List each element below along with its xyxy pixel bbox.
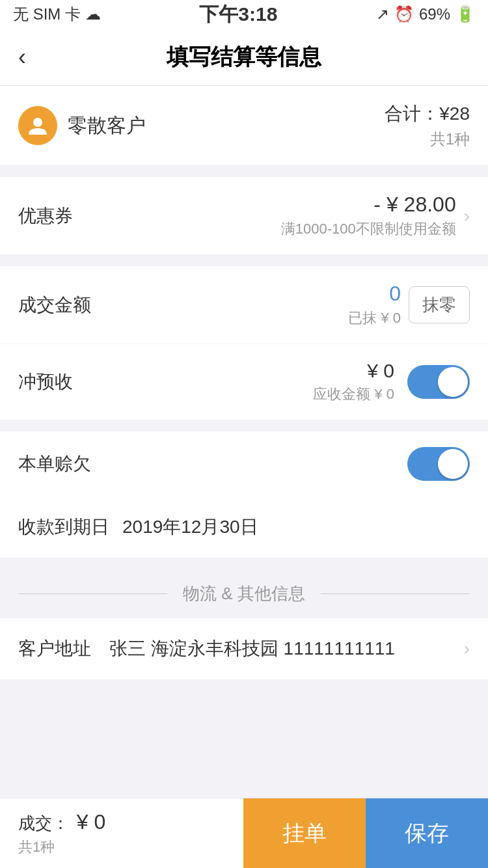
customer-card: 零散客户 合计：¥28 共1种: [0, 86, 488, 165]
customer-total: 合计：¥28 共1种: [385, 102, 470, 150]
due-date-value: 2019年12月30日: [122, 515, 258, 539]
address-label: 客户地址: [18, 636, 91, 661]
debt-toggle-knob: [438, 449, 468, 479]
status-left: 无 SIM 卡 ☁: [13, 4, 101, 25]
coupon-value-block: - ¥ 28.00 满1000-100不限制使用金额: [281, 193, 456, 239]
address-card[interactable]: 客户地址 张三 海淀永丰科技园 11111111111 ›: [0, 618, 488, 679]
status-right: ↗ ⏰ 69% 🔋: [376, 5, 475, 23]
bottom-deal-amount: ¥ 0: [77, 810, 105, 834]
debt-card: 本单赊欠 收款到期日 2019年12月30日: [0, 431, 488, 558]
coupon-card: 优惠券 - ¥ 28.00 满1000-100不限制使用金额 ›: [0, 177, 488, 254]
total-amount: 合计：¥28: [385, 102, 470, 126]
coupon-label: 优惠券: [18, 204, 73, 228]
logistics-label: 物流 & 其他信息: [167, 582, 321, 605]
pre-collect-sub: 应收金额 ¥ 0: [313, 385, 394, 404]
battery-icon: 🔋: [455, 5, 475, 23]
save-button[interactable]: 保存: [366, 798, 488, 869]
pre-collect-right: ¥ 0 应收金额 ¥ 0: [313, 360, 470, 404]
bottom-info: 成交： ¥ 0 共1种: [0, 810, 243, 857]
logistics-divider: 物流 & 其他信息: [0, 569, 488, 618]
transaction-value-block: 0 已抹 ¥ 0: [348, 282, 401, 328]
transaction-card: 成交金额 0 已抹 ¥ 0 抹零 冲预收 ¥ 0 应收金额 ¥ 0: [0, 266, 488, 420]
bottom-bar: 成交： ¥ 0 共1种 挂单 保存: [0, 798, 488, 868]
debt-row: 本单赊欠: [0, 431, 488, 496]
pre-collect-row: 冲预收 ¥ 0 应收金额 ¥ 0: [0, 344, 488, 420]
bottom-count: 共1种: [18, 837, 225, 857]
toggle-knob: [438, 367, 468, 397]
address-chevron-icon: ›: [464, 638, 470, 659]
transaction-row: 成交金额 0 已抹 ¥ 0 抹零: [0, 266, 488, 344]
debt-label: 本单赊欠: [18, 452, 91, 476]
debt-right: [407, 447, 470, 481]
page-title: 填写结算等信息: [167, 42, 321, 72]
address-value: 张三 海淀永丰科技园 11111111111: [109, 636, 456, 661]
back-button[interactable]: ‹: [18, 44, 26, 71]
avatar: [18, 106, 57, 145]
due-date-row: 收款到期日 2019年12月30日: [0, 496, 488, 558]
avatar-icon: [26, 114, 49, 137]
battery-level: 69%: [419, 5, 450, 23]
due-date-label: 收款到期日: [18, 515, 109, 539]
bottom-deal-label: 成交：: [18, 813, 69, 833]
customer-left: 零散客户: [18, 106, 146, 145]
coupon-amount: - ¥ 28.00: [281, 193, 456, 217]
customer-name: 零散客户: [68, 113, 146, 139]
coupon-chevron-icon: ›: [464, 206, 470, 226]
transaction-amount: 0: [348, 282, 401, 306]
nav-bar: ‹ 填写结算等信息: [0, 29, 488, 86]
alarm-icon: ⏰: [394, 5, 414, 23]
pre-collect-main: ¥ 0: [313, 360, 394, 382]
total-count: 共1种: [385, 129, 470, 150]
transaction-sub: 已抹 ¥ 0: [348, 308, 401, 328]
transaction-label: 成交金额: [18, 293, 91, 318]
pre-collect-label: 冲预收: [18, 370, 73, 394]
status-time: 下午3:18: [199, 1, 277, 28]
svg-point-0: [33, 118, 42, 127]
status-bar: 无 SIM 卡 ☁ 下午3:18 ↗ ⏰ 69% 🔋: [0, 0, 488, 29]
customer-row: 零散客户 合计：¥28 共1种: [0, 86, 488, 165]
content-area: 零散客户 合计：¥28 共1种 优惠券 - ¥ 28.00 满1000-100不…: [0, 86, 488, 769]
pre-collect-toggle[interactable]: [407, 365, 470, 399]
coupon-row[interactable]: 优惠券 - ¥ 28.00 满1000-100不限制使用金额 ›: [0, 177, 488, 254]
pending-button[interactable]: 挂单: [243, 798, 366, 869]
sim-status: 无 SIM 卡 ☁: [13, 4, 101, 25]
round-zero-button[interactable]: 抹零: [409, 286, 470, 323]
pre-collect-values: ¥ 0 应收金额 ¥ 0: [313, 360, 394, 404]
bottom-deal-line: 成交： ¥ 0: [18, 810, 225, 835]
address-row[interactable]: 客户地址 张三 海淀永丰科技园 11111111111 ›: [0, 618, 488, 679]
coupon-desc: 满1000-100不限制使用金额: [281, 219, 456, 239]
location-icon: ↗: [376, 5, 389, 23]
coupon-right: - ¥ 28.00 满1000-100不限制使用金额 ›: [281, 193, 470, 239]
transaction-right: 0 已抹 ¥ 0 抹零: [348, 282, 470, 328]
debt-toggle[interactable]: [407, 447, 470, 481]
